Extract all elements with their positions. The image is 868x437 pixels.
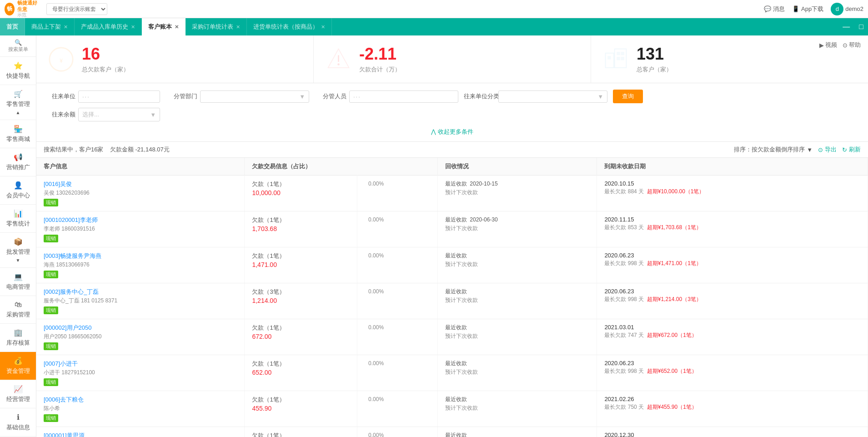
overdue-date-3: 2020.06.23 — [604, 288, 860, 295]
avatar: d — [831, 3, 843, 15]
tab-purchase-stats[interactable]: 进货单统计表（按商品） ✕ — [247, 18, 332, 35]
app-download-btn[interactable]: 📱 App下载 — [792, 5, 823, 13]
overdue-date-6: 2021.02.26 — [604, 396, 860, 402]
debt-count-3: 欠款（3笔） — [252, 288, 350, 296]
sidebar-item-purchase-mgmt[interactable]: 🛍 采购管理 — [0, 296, 36, 324]
debt-total-number: -2.11 — [359, 45, 401, 64]
tab-customer-account[interactable]: 客户账本 ✕ — [142, 18, 186, 35]
sidebar-item-retail-stats[interactable]: 📊 零售统计 — [0, 205, 36, 233]
logo-icon: 畅 — [5, 3, 15, 15]
collapse-btn[interactable]: ⋀ 收起更多条件 — [44, 126, 861, 140]
message-label: 消息 — [773, 5, 785, 13]
summary-card-debt-total: -2.11 欠款合计（万） — [314, 35, 591, 83]
customer-name-link-5[interactable]: [0007]小进干 — [44, 360, 237, 368]
help-btn[interactable]: ⊙ 帮助 — [843, 41, 861, 49]
refresh-btn[interactable]: ↻ 刷新 — [842, 146, 861, 154]
cell-recovery-0: 最近收款 2020-10-15 预计下次收款 — [437, 176, 597, 211]
debt-count-6: 欠款（1笔） — [252, 396, 350, 404]
user-info[interactable]: d demo2 — [831, 3, 863, 15]
sidebar-item-marketing[interactable]: 📢 营销推广 — [0, 148, 36, 176]
dept-filter: 分管部门 ▼ — [166, 90, 309, 103]
sidebar-item-ecommerce[interactable]: 💻 电商管理 — [0, 268, 36, 296]
cell-debt-percent-3: 0.00% — [357, 283, 438, 319]
nav-expand-btn[interactable]: □ — [854, 23, 868, 31]
sidebar-item-basic-info[interactable]: ℹ 基础信息 — [0, 408, 36, 437]
vendor-input[interactable]: ··· — [78, 90, 160, 103]
export-btn[interactable]: ⊙ 导出 — [818, 146, 837, 154]
sidebar-item-business-mgmt[interactable]: 📈 经营管理 — [0, 380, 36, 408]
table-row: [0002]服务中心_丁磊 服务中心_丁磊 181 0125 8371 现销 欠… — [36, 283, 868, 319]
overdue-amount-4[interactable]: 超期¥672.00（1笔） — [647, 332, 697, 338]
svg-rect-11 — [621, 57, 624, 60]
customer-name-link-2[interactable]: [0003]畅捷服务尹海燕 — [44, 252, 237, 260]
sidebar-item-retail-store[interactable]: 🏪 零售商城 — [0, 120, 36, 148]
tab-product-offline-close[interactable]: ✕ — [64, 24, 68, 30]
dept-input[interactable]: ▼ — [200, 90, 309, 103]
category-input[interactable]: ▼ — [498, 90, 607, 103]
retail-store-icon: 🏪 — [14, 125, 23, 133]
sort-select[interactable]: 排序：按欠款金额倒序排序 ▼ — [734, 146, 813, 154]
sidebar-item-quick-nav[interactable]: ⭐ 快捷导航 — [0, 57, 36, 85]
recovery-sub-3: 预计下次收款 — [445, 296, 590, 304]
cell-recovery-6: 最近收款 预计下次收款 — [437, 391, 597, 427]
overdue-amount-5[interactable]: 超期¥652.00（1笔） — [647, 368, 697, 374]
system-selector-wrap[interactable]: 母婴行业演示账套 — [46, 3, 107, 15]
sidebar-search-label: 搜索菜单 — [4, 46, 32, 53]
debt-amount-5: 652.00 — [252, 369, 350, 376]
tab-product-offline[interactable]: 商品上下架 ✕ — [25, 18, 75, 35]
top-bar: 畅 畅捷通好生意 示范 母婴行业演示账套 💬 消息 📱 App下载 d — [0, 0, 868, 18]
tab-product-history-close[interactable]: ✕ — [131, 24, 135, 30]
overdue-amount-1[interactable]: 超期¥1,703.68（1笔） — [647, 224, 702, 231]
customer-name-link-7[interactable]: [000001]黄思源 — [44, 432, 237, 437]
overdue-amount-0[interactable]: 超期¥10,000.00（1笔） — [647, 188, 705, 195]
vendor-filter: 往来单位 ··· — [44, 90, 160, 103]
table-row: [0006]去下粮仓 陈小希 现销 欠款（1笔） 455.90 0.00% 最近… — [36, 391, 868, 427]
cell-debt-percent-1: 0.00% — [357, 211, 438, 247]
overdue-amount-6[interactable]: 超期¥455.90（1笔） — [647, 404, 697, 410]
customer-name-link-1[interactable]: [0001020001]李老师 — [44, 216, 237, 224]
cell-debt-percent-0: 0.00% — [357, 176, 438, 211]
video-btn[interactable]: ▶ 视频 — [819, 41, 837, 49]
customer-name-link-6[interactable]: [0006]去下粮仓 — [44, 396, 237, 404]
nav-shrink-btn[interactable]: — — [838, 23, 854, 31]
tab-purchase-order[interactable]: 采购订单统计表 ✕ — [186, 18, 247, 35]
tab-home-label: 首页 — [6, 23, 18, 31]
col-recovery: 回收情况 — [437, 158, 597, 176]
cell-debt-percent-4: 0.00% — [357, 319, 438, 355]
overdue-amount-3[interactable]: 超期¥1,214.00（3笔） — [647, 296, 702, 302]
balance-input[interactable]: 选择... ▼ — [78, 108, 160, 121]
sidebar-item-member[interactable]: 👤 会员中心 — [0, 176, 36, 205]
tab-home[interactable]: 首页 — [0, 18, 25, 35]
debt-percent-7: 0.00% — [368, 432, 384, 437]
tab-purchase-order-close[interactable]: ✕ — [236, 24, 240, 30]
system-selector[interactable]: 母婴行业演示账套 — [46, 3, 107, 15]
recovery-sub-5: 预计下次收款 — [445, 368, 590, 376]
tab-purchase-stats-close[interactable]: ✕ — [321, 24, 325, 30]
customer-name-link-0[interactable]: [0016]吴俊 — [44, 180, 237, 188]
message-btn[interactable]: 💬 消息 — [764, 5, 785, 13]
sidebar-item-retail-mgmt[interactable]: 🛒 零售管理 ▲ — [0, 85, 36, 120]
cell-debt-percent-5: 0.00% — [357, 355, 438, 391]
customer-name-link-4[interactable]: [000002]用户2050 — [44, 324, 237, 332]
debt-amount-1: 1,703.68 — [252, 225, 350, 232]
tab-customer-account-close[interactable]: ✕ — [175, 24, 179, 30]
refresh-icon: ↻ — [842, 146, 847, 153]
cell-recovery-5: 最近收款 预计下次收款 — [437, 355, 597, 391]
debt-customers-label: 总欠款客户（家） — [82, 65, 129, 74]
tab-product-history[interactable]: 产成品入库单历史 ✕ — [75, 18, 142, 35]
customer-tag-2: 现销 — [44, 271, 58, 278]
svg-rect-9 — [621, 52, 624, 55]
person-input[interactable]: ··· — [349, 90, 458, 103]
customer-name-link-3[interactable]: [0002]服务中心_丁磊 — [44, 288, 237, 296]
sidebar-item-wholesale-mgmt[interactable]: 📦 批发管理 ▼ — [0, 233, 36, 268]
overdue-amount-2[interactable]: 超期¥1,471.00（1笔） — [647, 260, 702, 266]
dept-chevron-icon: ▼ — [299, 93, 305, 100]
export-icon: ⊙ — [818, 146, 823, 153]
help-label: 帮助 — [849, 41, 861, 49]
sidebar-item-inventory[interactable]: 🏢 库存核算 — [0, 324, 36, 352]
sidebar-item-finance[interactable]: 💰 资金管理 — [0, 352, 36, 380]
table-row: [0001020001]李老师 李老师 18600391516 现销 欠款（1笔… — [36, 211, 868, 247]
table-row: [000002]用户2050 用户2050 18665062050 现销 欠款（… — [36, 319, 868, 355]
sidebar-search[interactable]: 🔍 搜索菜单 — [0, 35, 36, 57]
query-button[interactable]: 查询 — [613, 90, 643, 103]
